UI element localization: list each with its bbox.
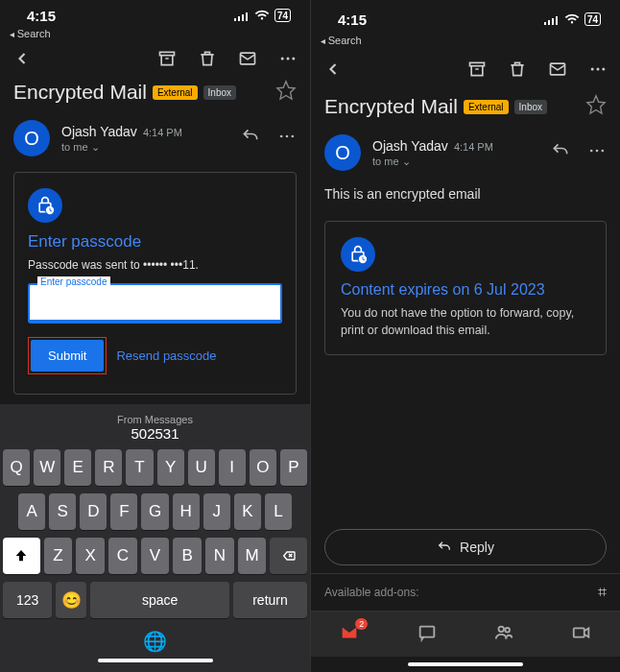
key-e[interactable]: E xyxy=(64,449,91,486)
key-i[interactable]: I xyxy=(219,449,246,486)
key-q[interactable]: Q xyxy=(3,449,30,486)
sender-time: 4:14 PM xyxy=(454,141,493,153)
svg-point-27 xyxy=(499,626,505,632)
svg-point-19 xyxy=(591,68,594,71)
toolbar xyxy=(0,41,310,76)
svg-rect-26 xyxy=(419,626,434,636)
svg-marker-9 xyxy=(277,82,295,99)
toolbar xyxy=(311,48,620,90)
back-icon[interactable] xyxy=(12,48,33,69)
key-v[interactable]: V xyxy=(141,538,170,574)
back-to-search[interactable]: Search xyxy=(0,28,310,39)
home-indicator[interactable] xyxy=(408,662,523,666)
key-a[interactable]: A xyxy=(18,493,45,530)
more-icon[interactable] xyxy=(587,59,608,80)
key-y[interactable]: Y xyxy=(157,449,184,486)
recipient[interactable]: to me ⌄ xyxy=(372,156,539,168)
key-n[interactable]: N xyxy=(205,538,234,574)
key-backspace[interactable] xyxy=(270,538,307,574)
nav-spaces[interactable] xyxy=(493,622,514,647)
key-b[interactable]: B xyxy=(173,538,202,574)
archive-icon[interactable] xyxy=(466,59,488,80)
star-icon[interactable] xyxy=(275,80,297,105)
resend-link[interactable]: Resend passcode xyxy=(116,348,216,363)
subject-text: Encrypted Mail xyxy=(324,95,458,118)
back-to-search[interactable]: Search xyxy=(311,35,620,46)
svg-rect-4 xyxy=(160,52,175,55)
passcode-title: Enter passcode xyxy=(28,232,282,252)
sender-more-icon[interactable] xyxy=(277,127,297,150)
key-space[interactable]: space xyxy=(90,582,228,618)
key-f[interactable]: F xyxy=(110,493,137,530)
key-r[interactable]: R xyxy=(95,449,122,486)
sender-name: Ojash Yadav xyxy=(372,138,448,154)
star-icon[interactable] xyxy=(585,94,607,119)
svg-rect-3 xyxy=(246,12,248,21)
subject-row: Encrypted Mail External Inbox xyxy=(0,76,310,114)
reply-icon[interactable] xyxy=(551,141,570,164)
svg-marker-22 xyxy=(587,96,605,113)
key-emoji[interactable]: 😊 xyxy=(56,582,86,618)
recipient[interactable]: to me ⌄ xyxy=(61,141,229,154)
delete-icon[interactable] xyxy=(507,59,528,80)
key-p[interactable]: P xyxy=(280,449,307,486)
addons-label: Available add-ons: xyxy=(324,586,419,599)
status-time: 4:15 xyxy=(338,12,367,28)
sender-row: O Ojash Yadav4:14 PM to me ⌄ xyxy=(311,129,620,177)
mail-badge-count: 2 xyxy=(355,618,368,630)
key-shift[interactable] xyxy=(3,538,40,574)
home-indicator[interactable] xyxy=(98,659,213,662)
mail-icon[interactable] xyxy=(237,48,258,69)
nav-mail[interactable]: 2 xyxy=(339,622,360,647)
svg-point-24 xyxy=(596,150,599,153)
keyboard-row-3: ZXCVBNM xyxy=(3,538,307,574)
passcode-input[interactable] xyxy=(28,283,282,324)
reply-icon[interactable] xyxy=(241,127,260,150)
cellular-icon xyxy=(544,14,560,25)
key-m[interactable]: M xyxy=(238,538,267,574)
key-o[interactable]: O xyxy=(250,449,276,486)
key-c[interactable]: C xyxy=(108,538,137,574)
lock-clock-icon xyxy=(28,188,62,223)
expiry-text: You do not have the option to forward, c… xyxy=(341,304,590,339)
mail-icon[interactable] xyxy=(547,59,568,80)
key-l[interactable]: L xyxy=(265,493,292,530)
subject-row: Encrypted Mail External Inbox xyxy=(311,90,620,129)
svg-rect-14 xyxy=(548,20,550,25)
keyboard: From Messages 502531 QWERTYUIOP ASDFGHJK… xyxy=(0,404,310,672)
key-return[interactable]: return xyxy=(233,582,307,618)
sender-more-icon[interactable] xyxy=(587,141,607,164)
back-icon[interactable] xyxy=(322,59,344,80)
key-d[interactable]: D xyxy=(80,493,107,530)
keyboard-suggestion[interactable]: From Messages 502531 xyxy=(3,410,307,449)
more-icon[interactable] xyxy=(277,48,298,69)
avatar[interactable]: O xyxy=(324,134,361,171)
input-label: Enter passcode xyxy=(37,276,110,287)
chevron-down-icon: ⌄ xyxy=(402,156,411,167)
key-g[interactable]: G xyxy=(141,493,168,530)
nav-chat[interactable] xyxy=(417,622,438,647)
keyboard-row-4: 123 😊 space return xyxy=(3,582,307,618)
status-bar: 4:15 74 xyxy=(311,0,620,38)
key-u[interactable]: U xyxy=(188,449,215,486)
key-t[interactable]: T xyxy=(126,449,153,486)
avatar[interactable]: O xyxy=(13,120,50,156)
key-123[interactable]: 123 xyxy=(3,582,52,618)
key-z[interactable]: Z xyxy=(44,538,73,574)
submit-button[interactable]: Submit xyxy=(31,340,104,372)
expiry-card: Content expires on 6 Jul 2023 You do not… xyxy=(324,221,607,355)
key-s[interactable]: S xyxy=(49,493,76,530)
reply-button[interactable]: Reply xyxy=(324,529,607,565)
key-h[interactable]: H xyxy=(173,493,200,530)
globe-icon[interactable]: 🌐 xyxy=(3,626,307,653)
key-w[interactable]: W xyxy=(34,449,60,486)
key-j[interactable]: J xyxy=(203,493,230,530)
nav-meet[interactable] xyxy=(571,622,592,647)
addons-row: Available add-ons: ⌗ xyxy=(311,573,620,611)
key-x[interactable]: X xyxy=(76,538,105,574)
svg-rect-0 xyxy=(234,18,236,21)
archive-icon[interactable] xyxy=(156,48,178,69)
delete-icon[interactable] xyxy=(197,48,218,69)
slack-icon[interactable]: ⌗ xyxy=(598,584,607,601)
key-k[interactable]: K xyxy=(234,493,261,530)
